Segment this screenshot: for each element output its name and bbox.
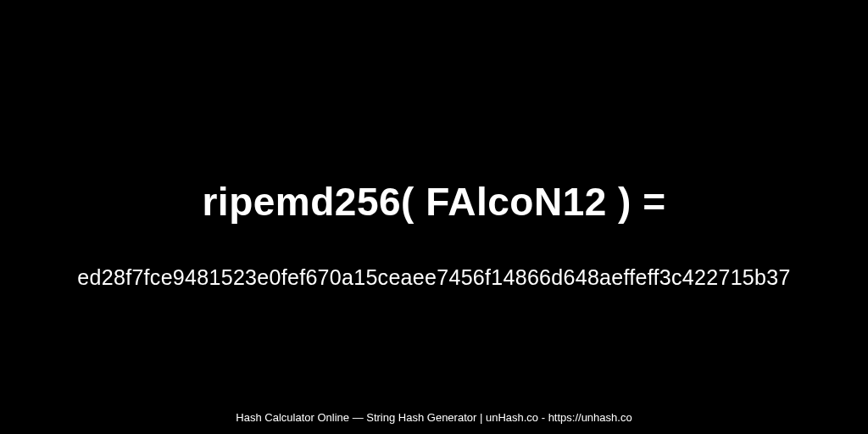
hash-expression-heading: ripemd256( FAlcoN12 ) = [202,179,665,225]
footer-attribution: Hash Calculator Online — String Hash Gen… [0,411,868,424]
hash-output-value: ed28f7fce9481523e0fef670a15ceaee7456f148… [77,265,790,290]
main-content: ripemd256( FAlcoN12 ) = ed28f7fce9481523… [77,0,790,434]
